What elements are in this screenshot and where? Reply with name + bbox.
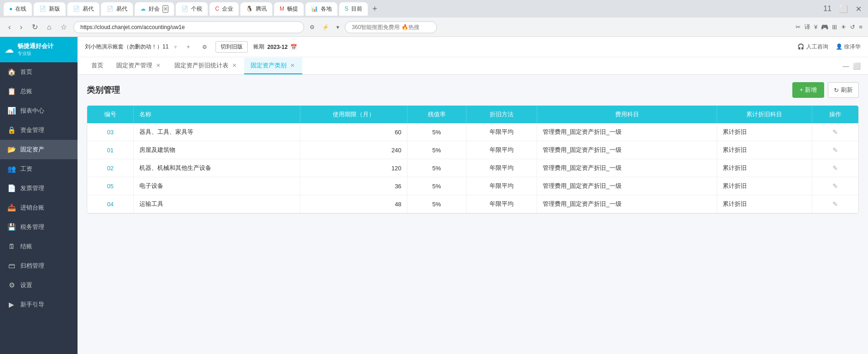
sidebar-item-purchase[interactable]: 📥 进销台账: [0, 198, 78, 217]
switch-version-btn[interactable]: 切到旧版: [216, 41, 248, 53]
forward-button[interactable]: ›: [17, 21, 25, 33]
sidebar-item-invoice[interactable]: 📄 发票管理: [0, 179, 78, 198]
tab-minimize-btn[interactable]: —: [843, 62, 849, 70]
sidebar-item-fixed-assets[interactable]: 📂 固定资产: [0, 140, 78, 159]
account-settings-btn[interactable]: ⚙: [199, 42, 210, 52]
tax-icon: 💾: [7, 223, 16, 231]
tab-close-depreciation-table[interactable]: ✕: [231, 62, 238, 69]
cell-action-2[interactable]: ✎: [812, 159, 858, 177]
browser-tab-10[interactable]: S 目前: [339, 2, 368, 16]
cell-period-0: 60: [300, 123, 407, 141]
menu-icon[interactable]: ≡: [859, 24, 862, 30]
tab-close-fixed-assets-mgmt[interactable]: ✕: [155, 62, 162, 69]
cell-period-4: 48: [300, 195, 407, 213]
browser-tab-8[interactable]: M 畅提: [274, 2, 304, 16]
period-label: 账期 2023-12 📅: [253, 43, 297, 51]
browser-tab-7[interactable]: 🐧 腾讯: [240, 2, 272, 16]
browser-tab-5[interactable]: 📄 个税: [176, 2, 208, 16]
window-minimize[interactable]: 11: [820, 3, 834, 15]
cell-residual-1: 5%: [407, 141, 466, 159]
toolbar-right: + 新增 ↻ 刷新: [792, 82, 859, 98]
invoice-icon: 📄: [7, 184, 16, 192]
cell-action-0[interactable]: ✎: [812, 123, 858, 141]
sidebar-item-ledger[interactable]: 📋 总账: [0, 82, 78, 101]
grid-icon[interactable]: ⊞: [832, 24, 837, 30]
page-tab-depreciation-table[interactable]: 固定资产折旧统计表 ✕: [168, 58, 244, 74]
browser-tab-4[interactable]: ☁ 好会 ✕: [135, 2, 174, 16]
new-tab-button[interactable]: +: [370, 4, 380, 14]
col-header-method: 折旧方法: [466, 106, 537, 123]
extensions-icon: ⚙: [310, 24, 315, 30]
address-input[interactable]: [73, 21, 304, 33]
reload-button[interactable]: ↻: [29, 21, 41, 33]
header-divider: ▾: [174, 43, 177, 50]
browser-tab-3[interactable]: 📄 易代: [101, 2, 133, 16]
edit-icon-0[interactable]: ✎: [832, 128, 838, 136]
cell-name-2: 机器、机械和其他生产设备: [134, 159, 300, 177]
cell-code-1: 01: [87, 141, 134, 159]
sidebar-item-funds[interactable]: 🔒 资金管理: [0, 120, 78, 140]
edit-icon-3[interactable]: ✎: [832, 182, 838, 190]
browser-tab-9[interactable]: 📊 各地: [305, 2, 337, 16]
sidebar-item-guide-label: 新手引导: [20, 300, 44, 309]
browser-tab-1[interactable]: 📄 新版: [34, 2, 66, 16]
sun-icon[interactable]: ☀: [841, 24, 846, 30]
edit-icon-2[interactable]: ✎: [832, 164, 838, 172]
browser-tab-0[interactable]: ● 在线: [4, 2, 32, 16]
chevron-down-icon: ▾: [336, 24, 339, 30]
col-header-accum: 累计折旧科目: [717, 106, 812, 123]
browser-search-input[interactable]: [345, 21, 437, 33]
address-bar-row: ‹ › ↻ ⌂ ☆ ⚙ ⚡ ▾ ✂ 译 ¥ 🎮 ⊞ ☀ ↺ ≡: [0, 18, 868, 37]
sidebar-item-invoice-label: 发票管理: [20, 184, 44, 192]
sidebar-item-closing[interactable]: 🗓 结账: [0, 237, 78, 256]
sidebar-item-reports[interactable]: 📊 报表中心: [0, 101, 78, 120]
cell-action-4[interactable]: ✎: [812, 195, 858, 213]
browser-tab-close-4[interactable]: ✕: [162, 5, 168, 13]
tab-close-category[interactable]: ✕: [289, 62, 296, 69]
cell-code-3: 05: [87, 177, 134, 195]
account-dropdown-btn[interactable]: ＋: [183, 41, 194, 53]
scissors-icon[interactable]: ✂: [796, 24, 801, 30]
browser-tab-2[interactable]: 📄 易代: [67, 2, 99, 16]
sidebar-item-home[interactable]: 🏠 首页: [0, 62, 78, 82]
browser-tab-6[interactable]: C 企业: [210, 2, 239, 16]
sidebar-item-settings[interactable]: ⚙ 设置: [0, 276, 78, 295]
bookmark-button[interactable]: ☆: [58, 21, 70, 33]
cell-action-1[interactable]: ✎: [812, 141, 858, 159]
back-button[interactable]: ‹: [6, 21, 13, 33]
col-header-name: 名称: [134, 106, 300, 123]
edit-icon-4[interactable]: ✎: [832, 200, 838, 208]
sidebar-item-payroll[interactable]: 👥 工资: [0, 159, 78, 179]
page-tab-category[interactable]: 固定资产类别 ✕: [244, 58, 302, 74]
undo-icon[interactable]: ↺: [850, 24, 855, 30]
game-icon[interactable]: 🎮: [821, 24, 828, 30]
reports-icon: 📊: [7, 107, 16, 115]
refresh-button[interactable]: ↻ 刷新: [828, 82, 859, 98]
col-header-expense: 费用科目: [537, 106, 717, 123]
window-restore[interactable]: ⬜: [836, 3, 851, 15]
sidebar-item-ledger-label: 总账: [20, 87, 32, 96]
translate-icon[interactable]: 译: [804, 23, 810, 31]
guide-icon: ▶: [7, 300, 16, 309]
add-category-button[interactable]: + 新增: [792, 82, 824, 98]
page-tab-home[interactable]: 首页: [85, 58, 110, 74]
cell-action-3[interactable]: ✎: [812, 177, 858, 195]
currency-icon[interactable]: ¥: [814, 24, 817, 30]
logo-icon: ☁: [5, 44, 14, 55]
sidebar-item-tax[interactable]: 💾 税务管理: [0, 217, 78, 237]
tab-maximize-btn[interactable]: ⬜: [853, 62, 861, 70]
cell-name-4: 运输工具: [134, 195, 300, 213]
col-header-action: 操作: [812, 106, 858, 123]
window-close[interactable]: ✕: [853, 3, 864, 15]
cell-expense-2: 管理费用_固定资产折旧_一级: [537, 159, 717, 177]
sidebar: ☁ 畅捷通好会计 专业版 🏠 首页 📋 总账 📊 报表中心 🔒 资金管理 📂 固…: [0, 37, 78, 354]
sidebar-item-guide[interactable]: ▶ 新手引导: [0, 295, 78, 314]
home-icon: 🏠: [7, 68, 16, 76]
home-button[interactable]: ⌂: [44, 21, 54, 33]
sidebar-item-archive[interactable]: 🗃 归档管理: [0, 256, 78, 276]
app-container: ☁ 畅捷通好会计 专业版 🏠 首页 📋 总账 📊 报表中心 🔒 资金管理 📂 固…: [0, 37, 868, 354]
page-tab-fixed-assets-mgmt[interactable]: 固定资产管理 ✕: [110, 58, 168, 74]
avatar-icon: 👤: [836, 43, 843, 50]
sidebar-logo: ☁ 畅捷通好会计 专业版: [0, 37, 78, 62]
edit-icon-1[interactable]: ✎: [832, 146, 838, 154]
